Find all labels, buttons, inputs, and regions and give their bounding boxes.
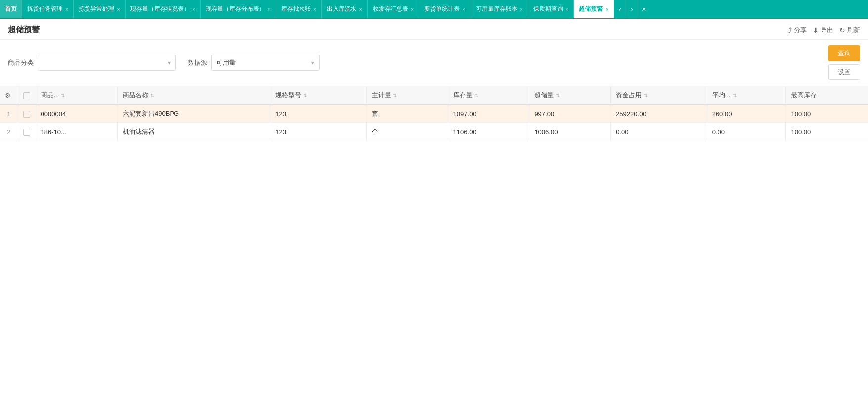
filter-action-group: 查询 设置 — [828, 45, 860, 80]
filter-bar: 商品分类 ▾ 数据源 可用量 ▾ 查询 设置 — [0, 40, 868, 86]
settings-button[interactable]: 设置 — [828, 64, 860, 80]
nav-tab-home[interactable]: 首页 — [0, 0, 22, 19]
row-avg-0: 260.00 — [707, 105, 786, 123]
share-icon: ⤴ — [788, 26, 792, 34]
nav-tab-batch-account-label: 库存批次账 — [281, 5, 311, 13]
th-goods-code: 商品... ⇅ — [36, 86, 118, 105]
row-stock-1: 1106.00 — [448, 123, 529, 141]
row-goods-name-0: 六配套新昌490BPG — [118, 105, 270, 123]
th-stock: 库存量 ⇅ — [448, 86, 529, 105]
page-title: 超储预警 — [8, 25, 40, 35]
share-button[interactable]: ⤴ 分享 — [788, 26, 807, 35]
top-navigation: 首页 拣货任务管理 × 拣货异常处理 × 现存量（库存状况表） × 现存量（库存… — [0, 0, 868, 19]
sort-capital-icon[interactable]: ⇅ — [644, 93, 648, 98]
nav-menu-arrow[interactable]: × — [638, 0, 650, 19]
row-select-checkbox-0[interactable] — [23, 111, 30, 118]
share-label: 分享 — [794, 26, 807, 35]
sort-goods-name-icon[interactable]: ⇅ — [150, 93, 154, 98]
nav-tab-order-stat-label: 要货单统计表 — [424, 5, 460, 13]
row-capital-0: 259220.00 — [611, 105, 707, 123]
table-body: 1 0000004 六配套新昌490BPG 123 套 1097.00 997.… — [0, 105, 868, 141]
row-max-stock-0: 100.00 — [786, 105, 868, 123]
table-container: ⚙ 商品... ⇅ 商品名称 ⇅ — [0, 86, 868, 141]
export-icon: ⬇ — [813, 26, 819, 34]
nav-tab-receive-summary-label: 收发存汇总表 — [373, 5, 408, 13]
row-checkbox-0 — [18, 105, 36, 123]
th-unit: 主计量 ⇅ — [366, 86, 448, 105]
nav-tab-picking-exception-label: 拣货异常处理 — [79, 5, 114, 13]
nav-tab-picking-task-close[interactable]: × — [65, 6, 68, 12]
datasource-chevron-down-icon: ▾ — [311, 59, 314, 66]
nav-tab-avail-ledger-close[interactable]: × — [520, 6, 523, 12]
query-button[interactable]: 查询 — [828, 45, 860, 61]
nav-tab-inout-flow-close[interactable]: × — [359, 6, 362, 12]
nav-tab-quality-check-label: 保质期查询 — [533, 5, 563, 13]
th-max-stock: 最高库存 — [786, 86, 868, 105]
nav-tab-batch-account-close[interactable]: × — [313, 6, 316, 12]
nav-tab-avail-ledger[interactable]: 可用量库存账本 × — [471, 0, 528, 19]
refresh-icon: ↻ — [839, 26, 845, 34]
th-overstock: 超储量 ⇅ — [529, 86, 611, 105]
datasource-select[interactable]: 可用量 ▾ — [211, 55, 320, 71]
row-select-checkbox-1[interactable] — [23, 129, 30, 136]
sort-goods-code-icon[interactable]: ⇅ — [61, 93, 65, 98]
row-spec-1: 123 — [270, 123, 367, 141]
row-unit-1: 个 — [366, 123, 448, 141]
page-wrapper: 超储预警 ⤴ 分享 ⬇ 导出 ↻ 刷新 商品分类 ▾ 数据源 — [0, 19, 868, 395]
row-checkbox-1 — [18, 123, 36, 141]
th-capital: 资金占用 ⇅ — [611, 86, 707, 105]
nav-tab-avail-ledger-label: 可用量库存账本 — [476, 5, 518, 13]
row-overstock-1: 1006.00 — [529, 123, 611, 141]
nav-tab-overstock-alert-close[interactable]: × — [605, 6, 608, 12]
gear-icon[interactable]: ⚙ — [5, 92, 11, 99]
th-goods-name: 商品名称 ⇅ — [118, 86, 270, 105]
sort-stock-icon[interactable]: ⇅ — [475, 93, 478, 98]
nav-tab-batch-account[interactable]: 库存批次账 × — [276, 0, 322, 19]
sort-unit-icon[interactable]: ⇅ — [393, 93, 397, 98]
nav-tab-inout-flow[interactable]: 出入库流水 × — [322, 0, 367, 19]
sort-spec-icon[interactable]: ⇅ — [303, 93, 307, 98]
nav-tab-picking-exception[interactable]: 拣货异常处理 × — [74, 0, 125, 19]
export-button[interactable]: ⬇ 导出 — [813, 26, 833, 35]
page-header: 超储预警 ⤴ 分享 ⬇ 导出 ↻ 刷新 — [0, 19, 868, 40]
overstock-table: ⚙ 商品... ⇅ 商品名称 ⇅ — [0, 86, 868, 141]
table-header: ⚙ 商品... ⇅ 商品名称 ⇅ — [0, 86, 868, 105]
refresh-label: 刷新 — [847, 26, 860, 35]
nav-tab-inventory-status-close[interactable]: × — [192, 6, 195, 12]
row-max-stock-1: 100.00 — [786, 123, 868, 141]
nav-tab-order-stat-close[interactable]: × — [462, 6, 465, 12]
row-spec-0: 123 — [270, 105, 367, 123]
row-goods-code-1: 186-10... — [36, 123, 118, 141]
nav-next-arrow[interactable]: › — [626, 0, 638, 19]
datasource-filter: 数据源 可用量 ▾ — [188, 55, 320, 71]
nav-tab-overstock-alert[interactable]: 超储预警 × — [574, 0, 613, 19]
sort-avg-icon[interactable]: ⇅ — [733, 93, 737, 98]
nav-tab-inventory-status[interactable]: 现存量（库存状况表） × — [126, 0, 201, 19]
row-overstock-0: 997.00 — [529, 105, 611, 123]
sort-overstock-icon[interactable]: ⇅ — [556, 93, 560, 98]
nav-tab-inout-flow-label: 出入库流水 — [327, 5, 356, 13]
nav-tab-receive-summary[interactable]: 收发存汇总表 × — [368, 0, 419, 19]
row-stock-0: 1097.00 — [448, 105, 529, 123]
refresh-button[interactable]: ↻ 刷新 — [839, 26, 860, 35]
row-unit-0: 套 — [366, 105, 448, 123]
row-goods-name-1: 机油滤清器 — [118, 123, 270, 141]
nav-tab-quality-check-close[interactable]: × — [565, 6, 568, 12]
category-select[interactable]: ▾ — [38, 55, 176, 71]
datasource-select-value: 可用量 — [217, 58, 236, 67]
nav-tab-picking-task[interactable]: 拣货任务管理 × — [22, 0, 74, 19]
nav-tab-receive-summary-close[interactable]: × — [411, 6, 414, 12]
nav-tab-quality-check[interactable]: 保质期查询 × — [528, 0, 574, 19]
row-avg-1: 0.00 — [707, 123, 786, 141]
category-chevron-down-icon: ▾ — [168, 59, 171, 66]
nav-prev-arrow[interactable]: ‹ — [614, 0, 626, 19]
select-all-checkbox[interactable] — [23, 92, 30, 99]
th-gear: ⚙ — [0, 86, 18, 105]
nav-tab-inventory-dist-close[interactable]: × — [267, 6, 270, 12]
th-checkbox — [18, 86, 36, 105]
table-row: 1 0000004 六配套新昌490BPG 123 套 1097.00 997.… — [0, 105, 868, 123]
row-capital-1: 0.00 — [611, 123, 707, 141]
nav-tab-order-stat[interactable]: 要货单统计表 × — [419, 0, 471, 19]
nav-tab-picking-exception-close[interactable]: × — [117, 6, 120, 12]
nav-tab-inventory-dist[interactable]: 现存量（库存分布表） × — [201, 0, 276, 19]
